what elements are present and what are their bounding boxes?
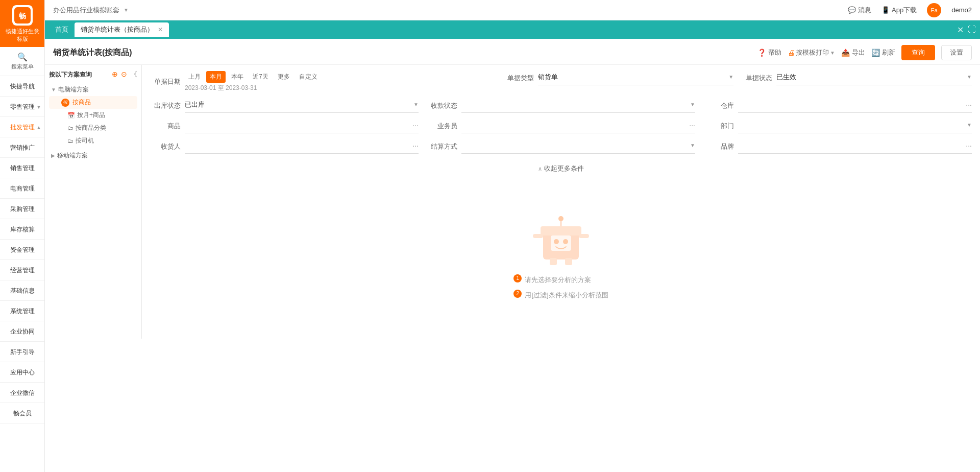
app-subtitle: 标版	[17, 35, 28, 43]
tree-item-by-cashier[interactable]: 🗂 按司机	[49, 134, 137, 147]
sidebar-item-finance[interactable]: 资金管理	[0, 240, 44, 260]
recipient-control[interactable]: ···	[185, 139, 419, 154]
tree-item-label: 按商品	[72, 98, 91, 107]
chevron-down-icon: ▼	[967, 122, 972, 128]
sidebar-item-enterprise[interactable]: 企业协同	[0, 321, 44, 342]
folder-icon-2: 🗂	[67, 137, 74, 145]
filter-doctype-field: 单据类型 销货单 ▼	[503, 71, 733, 85]
empty-tips: 1 请先选择要分析的方案 2 用[过滤]条件来缩小分析范围	[513, 273, 608, 302]
tree-item-by-category[interactable]: 🗂 按商品分类	[49, 122, 137, 134]
sidebar-item-marketing[interactable]: 营销推广	[0, 137, 44, 158]
doctype-value: 销货单	[538, 73, 558, 82]
tree-section-desktop: ▼ 电脑端方案 按 按商品 📅 按月+商品 🗂	[49, 83, 137, 147]
warehouse-control[interactable]: 已出库 ▼	[185, 99, 419, 113]
sidebar-item-inventory[interactable]: 库存核算	[0, 219, 44, 240]
refresh-btn[interactable]: 🔄 刷新	[871, 48, 895, 57]
tab-home[interactable]: 首页	[49, 22, 75, 37]
chevron-down-icon: ▼	[690, 102, 695, 107]
sidebar-item-system[interactable]: 系统管理	[0, 301, 44, 321]
svg-point-6	[563, 239, 568, 244]
tab-bar: 首页 销货单统计表（按商品） ✕ ✕ ⛶	[45, 20, 980, 39]
date-label: 单据日期	[150, 77, 181, 86]
export-btn[interactable]: 📤 导出	[841, 48, 865, 57]
date-btn-custom[interactable]: 自定义	[296, 71, 321, 83]
filter-panel: 单据日期 上月 本月 本年 近7天 更多 自定义 20	[142, 65, 980, 339]
tree-item-by-product[interactable]: 按 按商品	[49, 96, 137, 109]
date-btn-last-month[interactable]: 上月	[185, 71, 204, 83]
date-btn-last7[interactable]: 近7天	[249, 71, 272, 83]
chevron-down-icon: ▼	[36, 104, 41, 109]
docstatus-label: 单据状态	[742, 74, 772, 83]
sidebar-item-operation[interactable]: 经营管理	[0, 260, 44, 280]
settlement-control[interactable]: ▼	[461, 139, 695, 154]
industry-label[interactable]: 办公用品行业模拟账套 ▼	[53, 6, 129, 15]
date-btn-this-year[interactable]: 本年	[228, 71, 247, 83]
payment-control[interactable]: ▼	[461, 99, 695, 113]
sidebar-item-enterprise-wechat[interactable]: 企业微信	[0, 383, 44, 403]
sidebar: 畅 畅捷通好生意 标版 🔍 搜索菜单 快捷导航 零售管理 ▼ 批发管理 ▲ 营销…	[0, 0, 45, 472]
tab-maximize-icon[interactable]: ⛶	[968, 25, 976, 34]
header-right: 💬 消息 📱 App下载 Ea demo2	[848, 3, 972, 17]
sidebar-item-wholesale[interactable]: 批发管理 ▲	[0, 117, 44, 137]
collapse-more-btn[interactable]: ∧ 收起更多条件	[538, 164, 584, 173]
message-btn[interactable]: 💬 消息	[848, 6, 871, 15]
search-menu-btn[interactable]: 🔍 搜索菜单	[0, 47, 44, 76]
tree-section-header-mobile[interactable]: ▶ 移动端方案	[49, 149, 137, 162]
sidebar-item-newbie[interactable]: 新手引导	[0, 342, 44, 362]
tab-close-window-icon[interactable]: ✕	[957, 25, 964, 35]
chevron-down-icon: ▼	[967, 74, 972, 80]
folder-icon: 🗂	[67, 125, 74, 132]
user-name[interactable]: demo2	[951, 6, 972, 14]
product-control[interactable]: ···	[185, 119, 419, 133]
tree-item-label: 按司机	[76, 136, 94, 145]
content-wrapper: 销货单统计表(按商品) ❓ 帮助 🖨 按模板打印 ▼ 📤 导出	[45, 39, 980, 472]
query-button[interactable]: 查询	[901, 45, 935, 60]
panel-settings-icon[interactable]: ⊙	[121, 70, 127, 79]
date-btn-this-month[interactable]: 本月	[206, 71, 226, 83]
brand-control[interactable]: ···	[738, 139, 972, 154]
storage-control[interactable]: ···	[738, 99, 972, 113]
filter-brand-field: 品牌 ···	[703, 139, 972, 154]
tree-collapse-icon: ▶	[51, 153, 55, 158]
panel-collapse-icon[interactable]: 《	[130, 70, 137, 79]
chevron-down-icon: ▼	[413, 102, 419, 107]
tree-section-label-mobile: 移动端方案	[57, 151, 88, 160]
tab-sales-stats[interactable]: 销货单统计表（按商品） ✕	[75, 22, 169, 37]
tip-text-2: 用[过滤]条件来缩小分析范围	[525, 289, 608, 302]
app-download-btn[interactable]: 📱 App下载	[881, 6, 917, 15]
sidebar-item-basic[interactable]: 基础信息	[0, 280, 44, 301]
sidebar-item-member[interactable]: 畅会员	[0, 403, 44, 423]
tab-close-icon[interactable]: ✕	[158, 26, 163, 33]
tree-section-mobile: ▶ 移动端方案	[49, 149, 137, 162]
storage-label: 仓库	[703, 101, 734, 110]
settings-button[interactable]: 设置	[941, 45, 972, 60]
print-btn[interactable]: 🖨 按模板打印 ▼	[788, 48, 835, 57]
sidebar-item-sales[interactable]: 销售管理	[0, 158, 44, 178]
filter-department-field: 部门 ▼	[703, 119, 972, 133]
tree-item-by-month-product[interactable]: 📅 按月+商品	[49, 109, 137, 122]
tip-num-2: 2	[513, 290, 522, 298]
sidebar-item-quick-nav[interactable]: 快捷导航	[0, 76, 44, 97]
sidebar-item-retail[interactable]: 零售管理 ▼	[0, 97, 44, 117]
sidebar-item-app-center[interactable]: 应用中心	[0, 362, 44, 383]
tree-section-header-desktop[interactable]: ▼ 电脑端方案	[49, 83, 137, 96]
filter-settlement-field: 结算方式 ▼	[427, 139, 695, 154]
sidebar-item-purchase[interactable]: 采购管理	[0, 199, 44, 219]
docstatus-control[interactable]: 已生效 ▼	[776, 71, 972, 85]
department-control[interactable]: ▼	[738, 119, 972, 133]
sidebar-item-ecommerce[interactable]: 电商管理	[0, 178, 44, 199]
svg-text:畅: 畅	[19, 12, 26, 20]
date-filter: 上月 本月 本年 近7天 更多 自定义	[185, 71, 495, 83]
industry-text: 办公用品行业模拟账套	[53, 6, 119, 15]
filter-payment-field: 收款状态 ▼	[427, 99, 695, 113]
filter-docstatus-field: 单据状态 已生效 ▼	[742, 71, 972, 85]
search-label: 搜索菜单	[11, 63, 34, 70]
doctype-label: 单据类型	[503, 74, 534, 83]
panel-add-icon[interactable]: ⊕	[112, 70, 118, 79]
message-icon: 💬	[848, 6, 856, 14]
date-btn-more[interactable]: 更多	[274, 71, 293, 83]
help-btn[interactable]: ❓ 帮助	[757, 48, 781, 57]
app-title: 畅捷通好生意	[6, 28, 39, 35]
salesperson-control[interactable]: ···	[461, 119, 695, 133]
doctype-control[interactable]: 销货单 ▼	[538, 71, 733, 85]
